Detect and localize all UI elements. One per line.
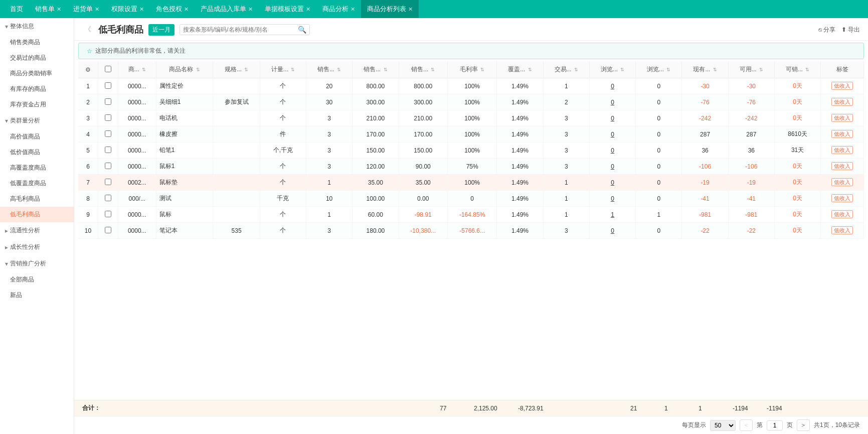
row-checkbox[interactable]: [98, 94, 118, 110]
close-icon[interactable]: ✕: [139, 6, 144, 13]
row-select-checkbox[interactable]: [105, 179, 111, 185]
row-select-checkbox[interactable]: [105, 211, 111, 217]
th-trade[interactable]: 交易... ⇅: [543, 61, 589, 78]
th-settings[interactable]: ⚙: [78, 61, 98, 78]
row-select-checkbox[interactable]: [105, 130, 111, 137]
close-icon[interactable]: ✕: [408, 6, 413, 13]
sidebar-item-high-value[interactable]: 高价值商品: [0, 129, 74, 144]
close-icon[interactable]: ✕: [57, 6, 61, 13]
row-name[interactable]: 鼠标: [156, 207, 213, 223]
sidebar-item-all-goods[interactable]: 全部商品: [0, 272, 74, 287]
sidebar-item-in-stock[interactable]: 有库存的商品: [0, 81, 74, 97]
row-checkbox[interactable]: [98, 126, 118, 142]
sidebar-item-high-profit[interactable]: 高毛利商品: [0, 191, 74, 207]
prev-page-btn[interactable]: ＜: [740, 419, 753, 431]
row-name[interactable]: 鼠标1: [156, 159, 213, 175]
row-browse1[interactable]: 0: [589, 159, 635, 175]
row-select-checkbox[interactable]: [105, 147, 111, 153]
close-icon[interactable]: ✕: [306, 6, 310, 13]
sidebar-group-marketing[interactable]: ▾ 营销推广分析: [0, 255, 74, 272]
row-name[interactable]: 电话机: [156, 110, 213, 126]
row-browse1[interactable]: 0: [589, 142, 635, 159]
page-size-select[interactable]: 50 100 200: [710, 420, 736, 431]
row-name[interactable]: 测试: [156, 191, 213, 207]
row-name[interactable]: 橡皮擦: [156, 126, 213, 142]
export-button[interactable]: ⬆ 导出: [841, 26, 860, 34]
row-checkbox[interactable]: [98, 159, 118, 175]
row-checkbox[interactable]: [98, 191, 118, 207]
sidebar-item-low-value[interactable]: 低价值商品: [0, 144, 74, 160]
row-select-checkbox[interactable]: [105, 82, 111, 89]
close-icon[interactable]: ✕: [95, 6, 99, 13]
row-checkbox[interactable]: [98, 110, 118, 126]
row-select-checkbox[interactable]: [105, 163, 111, 169]
th-unit[interactable]: 计量... ⇅: [260, 61, 306, 78]
row-browse1[interactable]: 0: [589, 110, 635, 126]
row-browse1[interactable]: 0: [589, 191, 635, 207]
row-browse1[interactable]: 1: [589, 207, 635, 223]
th-name[interactable]: 商品名称 ⇅: [156, 61, 213, 78]
th-stock1[interactable]: 现有... ⇅: [682, 61, 728, 78]
nav-roles[interactable]: 角色授权 ✕: [150, 0, 195, 18]
th-sales1[interactable]: 销售... ⇅: [306, 61, 352, 78]
nav-home[interactable]: 首页: [4, 0, 29, 18]
row-checkbox[interactable]: [98, 175, 118, 191]
row-select-checkbox[interactable]: [105, 98, 111, 105]
page-number-input[interactable]: [767, 420, 783, 430]
sidebar-group-cluster[interactable]: ▾ 类群量分析: [0, 112, 74, 129]
row-select-checkbox[interactable]: [105, 195, 111, 201]
th-browse2[interactable]: 浏览... ⇅: [636, 61, 682, 78]
nav-permissions[interactable]: 权限设置 ✕: [105, 0, 150, 18]
next-page-btn[interactable]: ＞: [797, 419, 810, 431]
sidebar-item-new-goods[interactable]: 新品: [0, 287, 74, 303]
search-icon[interactable]: 🔍: [298, 26, 306, 34]
sidebar-group-circulation[interactable]: ▸ 流通性分析: [0, 222, 74, 239]
th-sales2[interactable]: 销售... ⇅: [353, 61, 399, 78]
row-browse1[interactable]: 0: [589, 78, 635, 94]
sidebar-group-overall[interactable]: ▾ 整体信息: [0, 18, 74, 35]
sidebar-item-stock-capital[interactable]: 库存资金占用: [0, 97, 74, 112]
nav-templates[interactable]: 单据模板设置 ✕: [259, 0, 316, 18]
sidebar-item-traded-goods[interactable]: 交易过的商品: [0, 50, 74, 66]
sidebar-item-category-rate[interactable]: 商品分类助销率: [0, 66, 74, 81]
nav-analysis-list[interactable]: 商品分析列表 ✕: [361, 0, 419, 18]
row-name[interactable]: 鼠标垫: [156, 175, 213, 191]
share-button[interactable]: ⎋ 分享: [818, 26, 835, 34]
th-sales3[interactable]: 销售... ⇅: [399, 61, 447, 78]
nav-purchase[interactable]: 进货单 ✕: [67, 0, 105, 18]
nav-analysis[interactable]: 商品分析 ✕: [316, 0, 361, 18]
close-icon[interactable]: ✕: [351, 6, 355, 13]
sidebar-item-low-profit[interactable]: 低毛利商品: [0, 207, 74, 222]
select-all-checkbox[interactable]: [105, 66, 111, 72]
row-name[interactable]: 笔记本: [156, 223, 213, 239]
th-code[interactable]: 商... ⇅: [118, 61, 156, 78]
time-filter-btn[interactable]: 近一月: [148, 24, 175, 36]
nav-sales[interactable]: 销售单 ✕: [29, 0, 67, 18]
close-icon[interactable]: ✕: [184, 6, 189, 13]
search-input[interactable]: [183, 26, 298, 33]
sidebar-collapse-btn[interactable]: 《: [82, 23, 93, 36]
nav-products[interactable]: 产品成品入库单 ✕: [195, 0, 259, 18]
close-icon[interactable]: ✕: [248, 6, 253, 13]
row-select-checkbox[interactable]: [105, 227, 111, 233]
row-select-checkbox[interactable]: [105, 114, 111, 121]
row-browse1[interactable]: 0: [589, 175, 635, 191]
sidebar-item-low-coverage[interactable]: 低覆盖度商品: [0, 176, 74, 191]
th-browse1[interactable]: 浏览... ⇅: [589, 61, 635, 78]
th-stock2[interactable]: 可用... ⇅: [728, 61, 774, 78]
row-name[interactable]: 铅笔1: [156, 142, 213, 159]
row-checkbox[interactable]: [98, 78, 118, 94]
row-checkbox[interactable]: [98, 142, 118, 159]
th-coverage[interactable]: 覆盖... ⇅: [497, 61, 543, 78]
row-checkbox[interactable]: [98, 223, 118, 239]
row-name[interactable]: 属性定价: [156, 78, 213, 94]
sidebar-group-growth[interactable]: ▸ 成长性分析: [0, 239, 74, 255]
row-browse1[interactable]: 0: [589, 126, 635, 142]
th-gross[interactable]: 毛利率 ⇅: [447, 61, 496, 78]
sidebar-item-high-coverage[interactable]: 高覆盖度商品: [0, 160, 74, 176]
th-spec[interactable]: 规格... ⇅: [213, 61, 260, 78]
row-checkbox[interactable]: [98, 207, 118, 223]
sidebar-item-sales-goods[interactable]: 销售类商品: [0, 35, 74, 50]
row-browse1[interactable]: 0: [589, 223, 635, 239]
row-browse1[interactable]: 0: [589, 94, 635, 110]
